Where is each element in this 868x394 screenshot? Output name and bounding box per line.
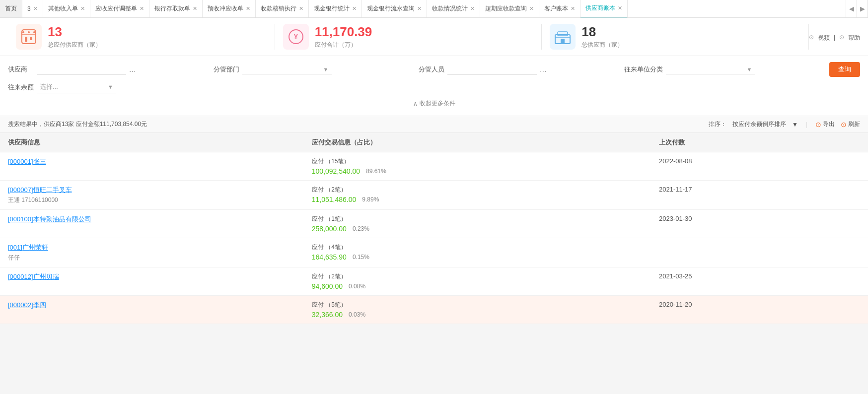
balance-placeholder: 选择... xyxy=(40,82,108,91)
nav-tab-receipt-stat[interactable]: 收款情况统计 ✕ xyxy=(427,0,480,18)
stat-label-total-suppliers: 总供应商（家） xyxy=(581,41,623,49)
result-bar: 搜索结果中，供应商13家 应付金额111,703,854.00元 排序： 按应付… xyxy=(0,116,868,133)
export-icon: ⊙ xyxy=(815,121,821,129)
nav-tab-receipt-verify-close[interactable]: ✕ xyxy=(299,5,303,12)
svg-point-5 xyxy=(28,31,30,33)
nav-tab-receipt-verify-label: 收款核销执行 xyxy=(261,4,296,13)
payable-amount[interactable]: 94,600.00 xyxy=(312,282,343,290)
nav-tab-other-income-close[interactable]: ✕ xyxy=(80,5,85,12)
search-button[interactable]: 查询 xyxy=(829,62,860,77)
nav-tab-bank-deposit-close[interactable]: ✕ xyxy=(193,5,197,12)
supplier-link[interactable]: [000012]广州贝瑞 xyxy=(8,273,59,280)
supplier-link[interactable]: [000100]本特勤油品有限公司 xyxy=(8,215,91,223)
stat-block-total-suppliers: 18 总供应商（家） xyxy=(542,24,809,50)
nav-tab-home[interactable]: 首页 xyxy=(0,0,22,18)
table-row: [000012]广州贝瑞应付 （2笔）94,600.000.08%2021-03… xyxy=(0,267,868,296)
table-row: [001]广州荣轩仔仔应付 （4笔）164,635.900.15% xyxy=(0,238,868,267)
stat-info-payable: 11,170.39 应付合计（万） xyxy=(315,24,372,49)
table-row: [000002]李四应付 （5笔）32,366.000.03%2020-11-2… xyxy=(0,296,868,324)
nav-tab-receipt-verify[interactable]: 收款核销执行 ✕ xyxy=(256,0,309,18)
nav-tab-other-income[interactable]: 其他收入单 ✕ xyxy=(43,0,90,18)
payable-pct: 0.03% xyxy=(349,311,365,318)
nav-tab-prepay-offset-close[interactable]: ✕ xyxy=(246,5,250,12)
nav-arrows: ◀ ▶ xyxy=(846,0,868,18)
payable-amount[interactable]: 11,051,486.00 xyxy=(312,196,357,203)
supplier-sub-info: 仔仔 xyxy=(8,254,296,262)
circle-icon2: ⊙ xyxy=(839,34,844,41)
last-pay-cell: 2020-11-20 xyxy=(651,296,868,324)
nav-tab-supplier-ledger-close[interactable]: ✕ xyxy=(618,5,622,11)
nav-next-arrow[interactable]: ▶ xyxy=(857,0,868,18)
video-link[interactable]: 视频 xyxy=(818,34,830,42)
nav-tab-prepay-offset[interactable]: 预收冲应收单 ✕ xyxy=(203,0,256,18)
payable-count: 应付 （5笔） xyxy=(312,301,643,309)
filter-row-1: 供应商 ... 分管部门 ▼ 分管人员 ... 往来单位分类 ▼ 查询 xyxy=(8,62,860,77)
stat-info-suppliers: 13 总应付供应商（家） xyxy=(48,24,101,49)
supplier-dots[interactable]: ... xyxy=(129,65,136,74)
nav-tab-customer-ledger-close[interactable]: ✕ xyxy=(571,5,575,12)
nav-tab-bank-deposit[interactable]: 银行存取款单 ✕ xyxy=(149,0,203,18)
supplier-link[interactable]: [000001]张三 xyxy=(8,158,46,165)
nav-tab-overdue-ar[interactable]: 超期应收款查询 ✕ xyxy=(480,0,539,18)
sort-chevron-icon[interactable]: ▼ xyxy=(792,121,798,128)
nav-tab-cash-flow-query[interactable]: 现金银行流水查询 ✕ xyxy=(362,0,427,18)
nav-tab-overdue-ar-label: 超期应收款查询 xyxy=(485,4,527,13)
supplier-input[interactable] xyxy=(37,64,126,75)
nav-tab-receipt-stat-close[interactable]: ✕ xyxy=(470,5,475,12)
filter-item-person: 分管人员 ... xyxy=(419,64,616,75)
col-header-payable: 应付交易信息（占比） xyxy=(304,133,651,152)
payable-pct: 0.15% xyxy=(353,254,369,261)
sort-label: 排序： xyxy=(709,120,726,129)
nav-tab-cash-bank-stat[interactable]: 现金银行统计 ✕ xyxy=(309,0,362,18)
nav-tab-3-close[interactable]: ✕ xyxy=(33,5,38,12)
person-input[interactable] xyxy=(447,64,537,75)
nav-tab-ar-ap-adjust[interactable]: 应收应付调整单 ✕ xyxy=(90,0,149,18)
stat-icon-payable: ¥ xyxy=(283,24,309,50)
supplier-cell: [000100]本特勤油品有限公司 xyxy=(0,210,304,238)
nav-tab-bank-deposit-label: 银行存取款单 xyxy=(154,4,190,13)
filter-label-category: 往来单位分类 xyxy=(624,65,663,74)
nav-tab-supplier-ledger[interactable]: 供应商账本 ✕ xyxy=(580,0,628,18)
filter-item-dept: 分管部门 ▼ xyxy=(214,65,411,74)
balance-select[interactable]: 选择... ▼ xyxy=(37,81,116,93)
payable-pct: 0.08% xyxy=(349,283,365,290)
nav-tab-ar-ap-adjust-close[interactable]: ✕ xyxy=(140,5,144,12)
payable-pct: 9.89% xyxy=(362,196,379,203)
stat-block-suppliers: 13 总应付供应商（家） xyxy=(8,24,275,50)
nav-tab-cash-bank-stat-close[interactable]: ✕ xyxy=(352,5,357,12)
dept-select[interactable]: ▼ xyxy=(242,65,332,74)
stat-icon-suppliers xyxy=(16,24,42,50)
collapse-button[interactable]: ∧ 收起更多条件 xyxy=(8,97,860,110)
export-button[interactable]: ⊙ 导出 xyxy=(815,120,835,129)
supplier-cell: [000007]恒旺二手叉车王通 17106110000 xyxy=(0,181,304,210)
supplier-cell: [000001]张三 xyxy=(0,152,304,181)
payable-amount[interactable]: 32,366.00 xyxy=(312,311,343,319)
payable-amount[interactable]: 100,092,540.00 xyxy=(312,167,360,175)
filter-label-person: 分管人员 xyxy=(419,65,444,74)
supplier-link[interactable]: [000002]李四 xyxy=(8,301,46,309)
stat-value-payable: 11,170.39 xyxy=(315,24,372,40)
category-select[interactable]: ▼ xyxy=(666,65,755,74)
refresh-button[interactable]: ⊙ 刷新 xyxy=(841,120,860,129)
payable-amount[interactable]: 164,635.90 xyxy=(312,253,347,261)
table-container: 供应商信息 应付交易信息（占比） 上次付数 [000001]张三应付 （15笔）… xyxy=(0,133,868,324)
supplier-link[interactable]: [000007]恒旺二手叉车 xyxy=(8,186,72,194)
stat-icon-total-suppliers xyxy=(550,24,576,50)
nav-tab-receipt-stat-label: 收款情况统计 xyxy=(432,4,468,13)
person-dots[interactable]: ... xyxy=(540,65,546,74)
last-pay-cell: 2021-11-17 xyxy=(651,181,868,210)
nav-tab-3[interactable]: 3 ✕ xyxy=(22,0,43,18)
table-row: [000100]本特勤油品有限公司应付 （1笔）258,000.000.23%2… xyxy=(0,210,868,238)
nav-prev-arrow[interactable]: ◀ xyxy=(846,0,857,18)
payable-pct: 89.61% xyxy=(366,168,386,175)
payable-cell: 应付 （1笔）258,000.000.23% xyxy=(304,210,651,238)
sort-value[interactable]: 按应付余额倒序排序 xyxy=(732,120,786,129)
payable-amount[interactable]: 258,000.00 xyxy=(312,225,347,233)
help-link[interactable]: 帮助 xyxy=(848,34,860,42)
nav-tab-overdue-ar-close[interactable]: ✕ xyxy=(529,5,534,12)
nav-tab-customer-ledger[interactable]: 客户账本 ✕ xyxy=(539,0,580,18)
filter-item-category: 往来单位分类 ▼ xyxy=(624,65,822,74)
nav-tab-cash-flow-query-close[interactable]: ✕ xyxy=(417,5,422,12)
filter-row-2: 往来余额 选择... ▼ xyxy=(8,81,860,93)
supplier-link[interactable]: [001]广州荣轩 xyxy=(8,244,48,251)
